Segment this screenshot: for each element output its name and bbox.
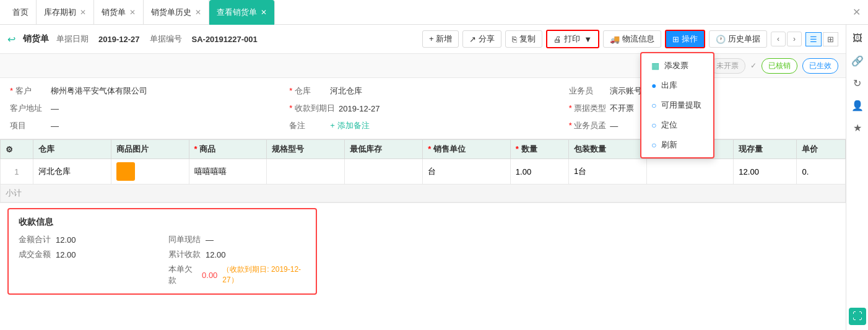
right-sidebar: 🖼 🔗 ↻ 👤 ★ ⛶ — [846, 25, 868, 330]
copy-button[interactable]: ⎘ 复制 — [505, 30, 542, 48]
prev-arrow[interactable]: ‹ — [771, 32, 786, 46]
list-view-btn[interactable]: ☰ — [805, 32, 822, 46]
tab-inventory-init[interactable]: 库存期初 ✕ — [37, 0, 94, 25]
row-pack-qty: 1台 — [569, 159, 647, 185]
row-quantity: 1.00 — [510, 159, 568, 185]
history-button[interactable]: 🕐 历史单据 — [709, 30, 767, 48]
warehouse-value: 河北仓库 — [330, 85, 556, 97]
print-button[interactable]: 🖨 打印 ▼ — [546, 30, 599, 48]
row-sales-unit: 台 — [423, 159, 511, 185]
tab-close-view[interactable]: ✕ — [261, 8, 267, 17]
sidebar-expand-btn[interactable]: ⛶ — [849, 308, 866, 325]
date-label: 单据日期 — [56, 33, 89, 45]
table-wrapper: ⚙ 仓库 商品图片 * 商品 规格型号 最低库存 * 销售单位 * 数量 包装数… — [0, 139, 846, 203]
doc-area: ↩ 销货单 单据日期 2019-12-27 单据编号 SA-20191227-0… — [0, 25, 846, 330]
locate-item[interactable]: ○ 定位 — [641, 115, 713, 135]
payment-grid: 金额合计 12.00 同单现结 — 成交金额 12.00 累计收款 12.00 — [19, 234, 306, 286]
th-pack-qty: 包装数量 — [569, 140, 647, 159]
address-label: 客户地址 — [10, 103, 47, 114]
grid-view-btn[interactable]: ⊞ — [823, 32, 838, 46]
share-icon: ↗ — [469, 35, 476, 44]
project-row: 项目 — — [10, 120, 277, 131]
th-warehouse: 仓库 — [33, 140, 111, 159]
transaction-amount-label: 成交金额 — [19, 249, 51, 260]
sidebar-star-btn[interactable]: ★ — [849, 119, 866, 136]
effective-badge: 已生效 — [802, 58, 838, 74]
next-arrow[interactable]: › — [787, 32, 802, 46]
sub-toolbar: 📱 来自手机 未开票 ✓ 已核销 已生效 — [0, 54, 846, 78]
tab-view-sales[interactable]: 查看销货单 ✕ — [209, 0, 275, 25]
row-current-stock: 12.00 — [734, 159, 797, 185]
add-note-button[interactable]: + 添加备注 — [330, 120, 369, 131]
current-due-row: 本单欠款 0.00 （收款到期日: 2019-12-27） — [168, 264, 306, 286]
address-value: — — [51, 104, 277, 113]
refresh-item[interactable]: ○ 刷新 — [641, 135, 713, 155]
logistics-icon: 🚚 — [610, 35, 620, 44]
tab-close-history[interactable]: ✕ — [195, 8, 201, 17]
available-icon: ○ — [651, 100, 656, 110]
th-sales-unit: * 销售单位 — [423, 140, 511, 159]
customer-label: 客户 — [10, 85, 47, 97]
add-invoice-icon: ▦ — [651, 61, 659, 71]
total-amount-value: 12.00 — [56, 235, 76, 245]
current-due-label: 本单欠款 — [168, 264, 197, 286]
window-close-button[interactable]: ✕ — [853, 6, 861, 18]
doc-icon: ↩ — [7, 33, 15, 45]
cumulative-label: 累计收款 — [168, 249, 201, 260]
cumulative-value: 12.00 — [206, 250, 226, 259]
table-header-row: ⚙ 仓库 商品图片 * 商品 规格型号 最低库存 * 销售单位 * 数量 包装数… — [1, 140, 846, 159]
row-product: 嘻嘻嘻嘻 — [189, 159, 267, 185]
operation-icon: ⊞ — [672, 35, 679, 44]
add-invoice-item[interactable]: ▦ 添发票 — [641, 56, 713, 76]
doc-meta: 单据日期 2019-12-27 单据编号 SA-20191227-001 — [56, 33, 415, 45]
cumulative-row: 累计收款 12.00 — [168, 249, 306, 260]
note-row: 备注 + 添加备注 — [289, 120, 556, 131]
current-due-value: 0.00 — [202, 271, 217, 280]
sidebar-user-btn[interactable]: 👤 — [849, 97, 866, 114]
transaction-amount-value: 12.00 — [56, 250, 76, 259]
same-order-value: — — [206, 235, 214, 245]
sidebar-img-btn[interactable]: 🖼 — [849, 30, 866, 47]
th-spec: 规格型号 — [267, 140, 345, 159]
main-area: ↩ 销货单 单据日期 2019-12-27 单据编号 SA-20191227-0… — [0, 25, 868, 330]
number-value: SA-20191227-001 — [192, 35, 258, 44]
tab-sales-order[interactable]: 销货单 ✕ — [94, 0, 144, 25]
copy-icon: ⎘ — [512, 35, 517, 44]
out-stock-item[interactable]: ● 出库 — [641, 76, 713, 95]
due-note: （收款到期日: 2019-12-27） — [222, 264, 306, 285]
same-order-label: 同单现结 — [168, 234, 201, 245]
checked-badge: 已核销 — [762, 58, 797, 74]
transaction-amount-row: 成交金额 12.00 — [19, 249, 156, 260]
warehouse-row: 仓库 河北仓库 — [289, 85, 556, 97]
table-row: 1 河北仓库 嘻嘻嘻嘻 台 1.00 1台 12.00 0. — [1, 159, 846, 185]
share-button[interactable]: ↗ 分享 — [462, 30, 501, 48]
new-button[interactable]: + 新增 — [422, 30, 459, 48]
operation-dropdown: ▦ 添发票 ● 出库 ○ 可用量提取 ○ 定位 — [640, 52, 714, 158]
logistics-button[interactable]: 🚚 物流信息 — [603, 30, 661, 48]
history-icon: 🕐 — [716, 35, 726, 44]
doc-title: 销货单 — [23, 33, 49, 45]
tab-close-inventory[interactable]: ✕ — [80, 8, 86, 17]
row-available — [646, 159, 733, 185]
operation-button[interactable]: ⊞ 操作 — [665, 30, 705, 48]
total-amount-row: 金额合计 12.00 — [19, 234, 156, 245]
sidebar-link-btn[interactable]: 🔗 — [849, 52, 866, 69]
product-table: ⚙ 仓库 商品图片 * 商品 规格型号 最低库存 * 销售单位 * 数量 包装数… — [0, 139, 846, 202]
payment-title: 收款信息 — [19, 217, 306, 228]
row-spec — [267, 159, 345, 185]
out-stock-icon: ● — [651, 80, 656, 90]
print-icon: 🖨 — [553, 35, 562, 44]
sidebar-refresh-btn[interactable]: ↻ — [849, 74, 866, 92]
print-dropdown-arrow: ▼ — [584, 35, 592, 44]
tab-close-sales[interactable]: ✕ — [129, 8, 136, 17]
settings-icon: ⚙ — [6, 145, 13, 154]
due-date-label: 收款到期日 — [289, 103, 335, 114]
tab-sales-history[interactable]: 销货单历史 ✕ — [144, 0, 209, 25]
customer-row: 客户 柳州粤港平安气体有限公司 — [10, 85, 277, 97]
tab-home[interactable]: 首页 — [5, 0, 37, 25]
th-settings[interactable]: ⚙ — [1, 140, 33, 159]
available-pickup-item[interactable]: ○ 可用量提取 — [641, 95, 713, 115]
th-product-img: 商品图片 — [111, 140, 189, 159]
payment-section: 收款信息 金额合计 12.00 同单现结 — 成交金额 12.00 累计收款 1… — [7, 208, 317, 295]
th-product: * 商品 — [189, 140, 267, 159]
